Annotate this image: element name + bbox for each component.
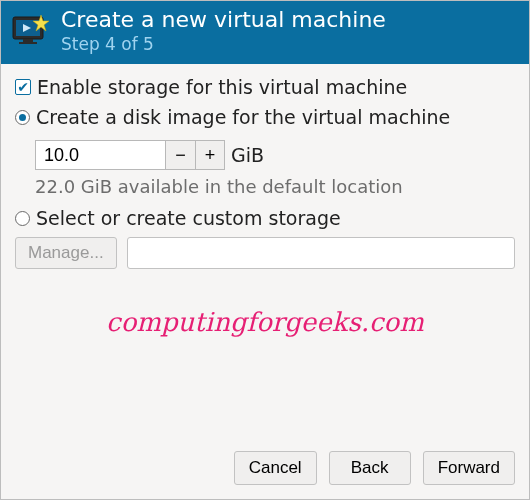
wizard-header: Create a new virtual machine Step 4 of 5 <box>1 1 529 64</box>
size-unit-label: GiB <box>231 144 264 166</box>
watermark-text: computingforgeeks.com <box>15 307 515 337</box>
header-text: Create a new virtual machine Step 4 of 5 <box>61 7 386 54</box>
enable-storage-row[interactable]: ✔ Enable storage for this virtual machin… <box>15 76 515 98</box>
wizard-content: ✔ Enable storage for this virtual machin… <box>1 64 529 441</box>
available-space-hint: 22.0 GiB available in the default locati… <box>35 176 515 197</box>
svg-rect-3 <box>23 39 33 42</box>
create-disk-label: Create a disk image for the virtual mach… <box>36 106 450 128</box>
custom-storage-radio[interactable] <box>15 211 30 226</box>
disk-size-spinner: − + GiB <box>35 140 264 170</box>
create-disk-row[interactable]: Create a disk image for the virtual mach… <box>15 106 515 128</box>
disk-size-input[interactable] <box>35 140 165 170</box>
wizard-footer: Cancel Back Forward <box>1 441 529 499</box>
enable-storage-label: Enable storage for this virtual machine <box>37 76 407 98</box>
svg-rect-4 <box>19 42 37 44</box>
custom-storage-label: Select or create custom storage <box>36 207 341 229</box>
size-decrement-button[interactable]: − <box>165 140 195 170</box>
disk-size-section: − + GiB 22.0 GiB available in the defaul… <box>15 136 515 197</box>
manage-button[interactable]: Manage... <box>15 237 117 269</box>
wizard-title: Create a new virtual machine <box>61 7 386 32</box>
storage-path-input[interactable] <box>127 237 515 269</box>
forward-button[interactable]: Forward <box>423 451 515 485</box>
size-increment-button[interactable]: + <box>195 140 225 170</box>
create-disk-radio[interactable] <box>15 110 30 125</box>
enable-storage-checkbox[interactable]: ✔ <box>15 79 31 95</box>
monitor-new-icon <box>11 11 51 51</box>
wizard-step: Step 4 of 5 <box>61 34 386 54</box>
custom-storage-row[interactable]: Select or create custom storage <box>15 207 515 229</box>
back-button[interactable]: Back <box>329 451 411 485</box>
cancel-button[interactable]: Cancel <box>234 451 317 485</box>
vm-wizard-window: Create a new virtual machine Step 4 of 5… <box>0 0 530 500</box>
manage-storage-row: Manage... <box>15 237 515 269</box>
